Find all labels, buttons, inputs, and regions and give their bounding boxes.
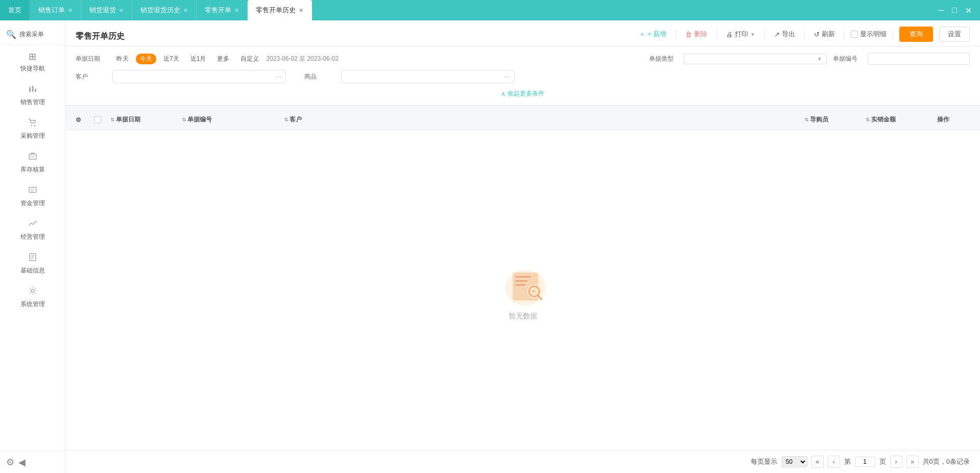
inventory-icon [28, 152, 37, 163]
sort-amount-icon[interactable]: ⇅ [866, 117, 870, 122]
export-button[interactable]: ↗ 导出 [771, 28, 798, 41]
th-guide-label: 导购员 [810, 115, 828, 124]
tab-retail-open-close[interactable]: ✕ [234, 7, 239, 14]
toolbar-divider1 [676, 30, 676, 38]
th-num: ⇅ 单据编号 [178, 115, 280, 124]
date-btn-today[interactable]: 今天 [136, 54, 156, 64]
tab-retail-open-history-close[interactable]: ✕ [299, 7, 303, 14]
query-button[interactable]: 查询 [899, 27, 933, 42]
filter-row-2: 客户 ··· 商品 ··· [76, 70, 970, 83]
sort-date-icon[interactable]: ⇅ [110, 117, 114, 122]
tab-sales-return-close[interactable]: ✕ [119, 7, 124, 14]
page-header: 零售开单历史 ＋ + 新增 🗑 删除 🖨 打印 ▼ [65, 20, 980, 46]
refresh-icon: ↺ [814, 31, 820, 38]
current-page-input[interactable] [855, 457, 875, 467]
customer-label: 客户 [76, 72, 104, 81]
sidebar-item-inventory-label: 库存核算 [20, 165, 45, 174]
refresh-label: 刷新 [822, 30, 835, 39]
goods-select[interactable]: ··· [341, 70, 515, 83]
next-page-button[interactable]: › [890, 456, 902, 468]
collapse-label: 收起更多条件 [508, 89, 544, 98]
svg-rect-0 [29, 87, 31, 92]
tab-sales-return[interactable]: 销货退货 ✕ [81, 0, 132, 20]
sidebar-item-system[interactable]: 系统管理 [0, 280, 65, 314]
select-all-checkbox[interactable] [94, 116, 101, 123]
refresh-button[interactable]: ↺ 刷新 [811, 28, 838, 41]
type-label: 单据类型 [649, 55, 678, 63]
table-header: ⚙ ⇅ 单据日期 ⇅ 单据编号 ⇅ 客户 ⇅ [65, 110, 980, 130]
per-page-select[interactable]: 50 10 20 100 [781, 456, 807, 467]
svg-rect-17 [515, 284, 525, 286]
tab-sales-return-history[interactable]: 销货退货历史 ✕ [132, 0, 197, 20]
print-label: 打印 [735, 30, 748, 39]
print-button[interactable]: 🖨 打印 ▼ [723, 28, 758, 41]
sidebar-item-purchase-mgmt[interactable]: 采购管理 [0, 112, 65, 145]
sort-customer-icon[interactable]: ⇅ [284, 117, 288, 122]
display-detail-checkbox[interactable] [851, 31, 858, 38]
filter-collapse-btn[interactable]: ∧ 收起更多条件 [76, 88, 970, 99]
sidebar-item-system-label: 系统管理 [20, 300, 45, 309]
sidebar-item-base-info[interactable]: 基础信息 [0, 246, 65, 280]
customer-select[interactable]: ··· [112, 70, 286, 83]
sidebar: 🔍 搜索采单 ⊞ 快捷导航 销售管理 采购管理 库存核算 [0, 20, 65, 473]
toolbar-divider4 [804, 30, 805, 38]
date-btn-custom[interactable]: 自定义 [236, 54, 263, 64]
sidebar-item-sales-mgmt[interactable]: 销售管理 [0, 78, 65, 112]
th-guide: ⇅ 导购员 [800, 115, 862, 124]
toolbar-divider5 [844, 30, 845, 38]
tab-home[interactable]: 首页 [0, 0, 30, 20]
delete-label: 删除 [694, 30, 707, 39]
th-checkbox[interactable] [90, 116, 106, 123]
window-close-icon[interactable]: ✕ [963, 4, 974, 17]
th-num-label: 单据编号 [187, 115, 212, 124]
num-input[interactable] [868, 53, 970, 65]
tab-retail-open[interactable]: 零售开单 ✕ [197, 0, 248, 20]
window-min-icon[interactable]: ─ [936, 4, 946, 17]
sidebar-item-base-info-label: 基础信息 [20, 266, 45, 275]
tab-sales-return-history-label: 销货退货历史 [140, 6, 180, 15]
tab-sales-order-label: 销售订单 [38, 6, 65, 15]
finance-icon [28, 185, 37, 197]
sidebar-search[interactable]: 🔍 搜索采单 [0, 24, 65, 45]
last-page-button[interactable]: » [906, 456, 919, 468]
date-btn-more[interactable]: 更多 [213, 54, 233, 64]
th-settings[interactable]: ⚙ [71, 116, 90, 123]
add-button[interactable]: ＋ + 新增 [636, 28, 670, 41]
tab-retail-open-history[interactable]: 零售开单历史 ✕ [248, 0, 312, 20]
window-max-icon[interactable]: □ [950, 4, 959, 17]
prev-page-button[interactable]: ‹ [828, 456, 840, 468]
tab-sales-order[interactable]: 销售订单 ✕ [30, 0, 81, 20]
sort-num-icon[interactable]: ⇅ [182, 117, 186, 122]
export-icon: ↗ [774, 31, 780, 38]
sort-guide-icon[interactable]: ⇅ [804, 117, 808, 122]
customer-more-dots[interactable]: ··· [275, 72, 281, 81]
display-detail-toggle[interactable]: 显示明细 [851, 30, 887, 39]
date-btn-1month[interactable]: 近1月 [186, 54, 210, 64]
tab-sales-order-close[interactable]: ✕ [68, 7, 73, 14]
toolbar-divider6 [893, 30, 893, 38]
date-btn-yesterday[interactable]: 昨天 [112, 54, 133, 64]
first-page-button[interactable]: « [811, 456, 824, 468]
svg-rect-2 [35, 89, 36, 92]
setting-button[interactable]: 设置 [939, 27, 970, 42]
svg-rect-1 [32, 86, 33, 92]
tab-sales-return-history-close[interactable]: ✕ [183, 7, 188, 14]
filter-date-group: 昨天 今天 近7天 近1月 更多 自定义 2023-06-02 至 2023-0… [112, 54, 339, 64]
sidebar-item-inventory[interactable]: 库存核算 [0, 145, 65, 179]
total-label: 共0页，0条记录 [923, 457, 970, 466]
type-select[interactable]: ▼ [684, 54, 827, 64]
prev-page-icon: ‹ [833, 458, 835, 465]
delete-button[interactable]: 🗑 删除 [682, 28, 710, 41]
sidebar-item-quick-nav[interactable]: ⊞ 快捷导航 [0, 45, 65, 78]
sidebar-item-finance[interactable]: 资金管理 [0, 179, 65, 213]
sidebar-item-operations[interactable]: 经营管理 [0, 213, 65, 246]
table-area: ⚙ ⇅ 单据日期 ⇅ 单据编号 ⇅ 客户 ⇅ [65, 110, 980, 450]
sidebar-collapse-icon[interactable]: ◀ [18, 457, 26, 468]
sidebar-setting-icon[interactable]: ⚙ [6, 457, 14, 468]
th-date-label: 单据日期 [116, 115, 140, 124]
table-settings-icon[interactable]: ⚙ [76, 116, 81, 123]
window-controls: ─ □ ✕ [936, 4, 980, 17]
goods-more-dots[interactable]: ··· [504, 72, 510, 81]
toolbar-divider2 [716, 30, 717, 38]
date-btn-7days[interactable]: 近7天 [159, 54, 183, 64]
